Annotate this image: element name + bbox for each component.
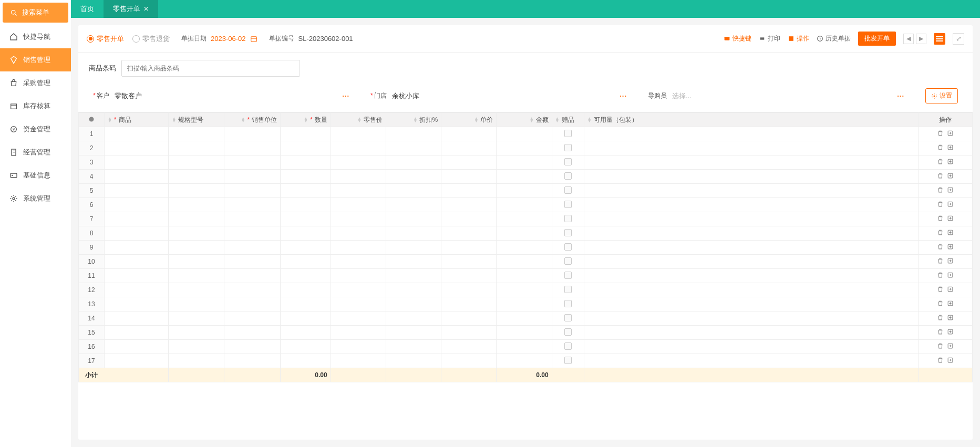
add-icon[interactable] <box>947 172 954 179</box>
sidebar-item-bag[interactable]: 采购管理 <box>0 71 71 95</box>
add-icon[interactable] <box>947 272 954 278</box>
ellipsis-icon[interactable]: ··· <box>342 92 349 100</box>
delete-icon[interactable] <box>937 201 944 207</box>
close-icon[interactable]: ✕ <box>143 5 149 13</box>
add-icon[interactable] <box>947 357 954 363</box>
col-rprice[interactable]: ▲▼零售价 <box>331 113 386 127</box>
add-icon[interactable] <box>947 186 954 193</box>
list-view-button[interactable] <box>934 33 945 45</box>
gift-checkbox[interactable] <box>564 272 572 279</box>
col-qty[interactable]: ▲▼*数量 <box>281 113 331 127</box>
search-menu-button[interactable]: 搜索菜单 <box>3 3 68 23</box>
history-button[interactable]: 历史单据 <box>817 34 851 43</box>
sidebar-item-card[interactable]: 基础信息 <box>0 164 71 187</box>
table-row[interactable]: 4 <box>79 170 973 184</box>
guide-selector[interactable]: 导购员 选择... ··· <box>648 91 904 101</box>
table-row[interactable]: 1 <box>79 127 973 141</box>
col-gift[interactable]: ▲▼赠品 <box>552 113 584 127</box>
delete-icon[interactable] <box>937 257 944 264</box>
add-icon[interactable] <box>947 201 954 207</box>
table-row[interactable]: 12 <box>79 283 973 297</box>
gift-checkbox[interactable] <box>564 172 572 180</box>
table-row[interactable]: 2 <box>79 141 973 155</box>
gift-checkbox[interactable] <box>564 257 572 265</box>
delete-icon[interactable] <box>937 158 944 165</box>
delete-icon[interactable] <box>937 300 944 307</box>
table-row[interactable]: 11 <box>79 269 973 283</box>
barcode-input[interactable] <box>121 60 300 77</box>
delete-icon[interactable] <box>937 286 944 293</box>
table-row[interactable]: 14 <box>79 311 973 326</box>
print-button[interactable]: 打印 <box>759 34 780 43</box>
store-selector[interactable]: *门店 余杭小库 ··· <box>370 91 627 101</box>
delete-icon[interactable] <box>937 130 944 137</box>
table-row[interactable]: 16 <box>79 340 973 354</box>
gift-checkbox[interactable] <box>564 300 572 307</box>
gift-checkbox[interactable] <box>564 201 572 208</box>
delete-icon[interactable] <box>937 342 944 349</box>
col-avail[interactable]: ▲▼可用量（包装） <box>584 113 918 127</box>
gift-checkbox[interactable] <box>564 229 572 236</box>
table-row[interactable]: 8 <box>79 226 973 241</box>
calendar-icon[interactable] <box>250 35 257 43</box>
col-gear[interactable] <box>79 113 105 127</box>
customer-selector[interactable]: *客户 零散客户 ··· <box>93 91 349 101</box>
col-spec[interactable]: ▲▼规格型号 <box>169 113 224 127</box>
radio-return-order[interactable]: 零售退货 <box>132 34 170 44</box>
gift-checkbox[interactable] <box>564 130 572 137</box>
ellipsis-icon[interactable]: ··· <box>620 92 627 100</box>
gift-checkbox[interactable] <box>564 158 572 165</box>
prev-button[interactable]: ◀ <box>903 34 914 44</box>
gift-checkbox[interactable] <box>564 186 572 194</box>
shortcut-button[interactable]: 快捷键 <box>724 34 751 43</box>
delete-icon[interactable] <box>937 186 944 193</box>
table-row[interactable]: 6 <box>79 198 973 212</box>
delete-icon[interactable] <box>937 272 944 278</box>
gift-checkbox[interactable] <box>564 215 572 222</box>
add-icon[interactable] <box>947 243 954 250</box>
table-row[interactable]: 17 <box>79 354 973 368</box>
delete-icon[interactable] <box>937 243 944 250</box>
ellipsis-icon[interactable]: ··· <box>897 92 904 100</box>
delete-icon[interactable] <box>937 215 944 222</box>
gift-checkbox[interactable] <box>564 328 572 336</box>
add-icon[interactable] <box>947 229 954 236</box>
gift-checkbox[interactable] <box>564 357 572 364</box>
radio-open-order[interactable]: 零售开单 <box>87 34 124 44</box>
add-icon[interactable] <box>947 257 954 264</box>
col-disc[interactable]: ▲▼折扣% <box>386 113 441 127</box>
sidebar-item-coin[interactable]: ¥资金管理 <box>0 118 71 141</box>
next-button[interactable]: ▶ <box>916 34 926 44</box>
table-row[interactable]: 15 <box>79 326 973 340</box>
col-product[interactable]: ▲▼*商品 <box>104 113 168 127</box>
gift-checkbox[interactable] <box>564 286 572 293</box>
add-icon[interactable] <box>947 300 954 307</box>
delete-icon[interactable] <box>937 314 944 321</box>
tab-home[interactable]: 首页 <box>71 0 104 18</box>
add-icon[interactable] <box>947 314 954 321</box>
add-icon[interactable] <box>947 130 954 137</box>
add-icon[interactable] <box>947 158 954 165</box>
gift-checkbox[interactable] <box>564 144 572 151</box>
tab-retail-order[interactable]: 零售开单 ✕ <box>104 0 158 18</box>
gift-checkbox[interactable] <box>564 342 572 350</box>
sidebar-item-gear[interactable]: 系统管理 <box>0 187 71 210</box>
table-row[interactable]: 7 <box>79 212 973 226</box>
col-unit[interactable]: ▲▼*销售单位 <box>224 113 281 127</box>
add-icon[interactable] <box>947 215 954 222</box>
sidebar-item-box[interactable]: 库存核算 <box>0 95 71 118</box>
settings-button[interactable]: 设置 <box>925 88 958 103</box>
sidebar-item-diamond[interactable]: 销售管理 <box>0 48 71 71</box>
gift-checkbox[interactable] <box>564 243 572 251</box>
sidebar-item-home[interactable]: 快捷导航 <box>0 25 71 48</box>
table-row[interactable]: 5 <box>79 184 973 198</box>
delete-icon[interactable] <box>937 229 944 236</box>
batch-order-button[interactable]: 批发开单 <box>858 32 896 46</box>
delete-icon[interactable] <box>937 357 944 363</box>
delete-icon[interactable] <box>937 328 944 335</box>
col-amt[interactable]: ▲▼金额 <box>497 113 552 127</box>
add-icon[interactable] <box>947 342 954 349</box>
table-row[interactable]: 9 <box>79 241 973 255</box>
gift-checkbox[interactable] <box>564 314 572 321</box>
add-icon[interactable] <box>947 328 954 335</box>
